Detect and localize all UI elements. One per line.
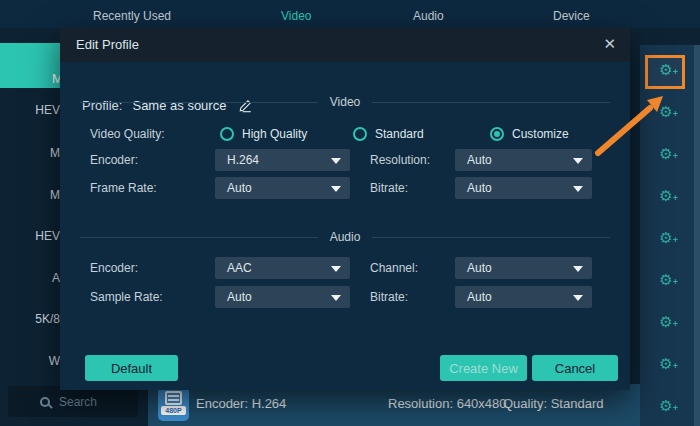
radio-label: Customize [512, 127, 569, 141]
edit-profile-dialog: Edit Profile ✕ Profile: Same as source V… [60, 28, 630, 390]
video-quality-label: Video Quality: [90, 127, 165, 141]
format-item-partial[interactable]: HEV [35, 103, 60, 117]
dropdown-value: Auto [467, 261, 492, 275]
field-label: Bitrate: [370, 290, 408, 304]
format-item-partial[interactable]: W [49, 354, 60, 368]
row-resolution-value: Resolution: 640x480 [388, 396, 507, 411]
highlight-box [645, 55, 685, 89]
category-tabbar: Recently UsedVideoAudioDevice [0, 0, 700, 28]
format-item-partial[interactable]: 5K/8 [35, 312, 60, 326]
radio-label: Standard [375, 127, 424, 141]
row-quality-value: Quality: Standard [503, 396, 603, 411]
film-strip-icon [165, 391, 182, 405]
cancel-button[interactable]: Cancel [532, 355, 618, 381]
video-bitrate-field: Bitrate: Auto [60, 177, 630, 199]
audio-section-title: Audio [318, 230, 373, 244]
tab-device[interactable]: Device [553, 9, 590, 23]
video-resolution-field: Resolution: Auto [60, 149, 630, 171]
format-item-partial[interactable]: HEV [35, 229, 60, 243]
caret-down-icon [573, 295, 583, 301]
radio-high-quality[interactable]: High Quality [220, 124, 307, 144]
video-section-divider: Video [80, 94, 610, 110]
vertical-scrollbar[interactable] [694, 45, 700, 426]
audio-channel-dropdown[interactable]: Auto [455, 257, 592, 279]
video-resolution-dropdown[interactable]: Auto [455, 149, 592, 171]
dropdown-value: Auto [467, 181, 492, 195]
settings-rail: ⚙+⚙+⚙+⚙+⚙+⚙+⚙+⚙+⚙+ [640, 45, 694, 426]
dropdown-value: Auto [467, 290, 492, 304]
caret-down-icon [573, 266, 583, 272]
search-input[interactable]: Search [8, 386, 138, 417]
search-placeholder: Search [59, 395, 97, 409]
close-icon[interactable]: ✕ [603, 35, 616, 53]
profile-list-row[interactable]: 480P SD 480P Encoder: H.264 Resolution: … [148, 384, 640, 426]
radio-customize[interactable]: Customize [490, 124, 569, 144]
format-item-partial[interactable]: A [52, 271, 60, 285]
format-item-partial[interactable]: M [50, 146, 60, 160]
format-list-strip: M HEVMMHEVA5K/8W [0, 28, 60, 426]
dropdown-value: Auto [467, 153, 492, 167]
default-button[interactable]: Default [85, 355, 178, 381]
caret-down-icon [573, 158, 583, 164]
gear-plus-icon[interactable]: ⚙+ [657, 229, 675, 247]
gear-plus-icon[interactable]: ⚙+ [657, 397, 675, 415]
field-label: Resolution: [370, 153, 430, 167]
format-item-partial[interactable]: M [50, 188, 60, 202]
video-quality-row: Video Quality: High Quality Standard Cus… [60, 124, 630, 144]
radio-label: High Quality [242, 127, 307, 141]
caret-down-icon [573, 186, 583, 192]
video-converter-window: Recently UsedVideoAudioDevice M HEVMMHEV… [0, 0, 700, 426]
field-label: Bitrate: [370, 181, 408, 195]
audio-section-divider: Audio [80, 229, 610, 245]
resolution-badge: 480P [161, 406, 186, 415]
selected-format-item[interactable]: M [0, 43, 60, 88]
search-icon [40, 397, 50, 407]
video-480p-icon: 480P [158, 387, 189, 421]
gear-plus-icon[interactable]: ⚙+ [657, 187, 675, 205]
radio-circle-icon[interactable] [353, 127, 367, 141]
gear-plus-icon[interactable]: ⚙+ [657, 145, 675, 163]
row-encoder-value: Encoder: H.264 [196, 396, 286, 411]
audio-channel-field: Channel: Auto [60, 257, 630, 279]
video-bitrate-dropdown[interactable]: Auto [455, 177, 592, 199]
radio-circle-icon[interactable] [220, 127, 234, 141]
selected-format-label: M [52, 71, 60, 86]
audio-bitrate-field: Bitrate: Auto [60, 286, 630, 308]
gear-plus-icon[interactable]: ⚙+ [657, 355, 675, 373]
gear-plus-icon[interactable]: ⚙+ [657, 271, 675, 289]
tab-recently-used[interactable]: Recently Used [93, 9, 171, 23]
field-label: Channel: [370, 261, 418, 275]
radio-circle-icon[interactable] [490, 127, 504, 141]
dialog-title: Edit Profile [76, 37, 139, 52]
dialog-header: Edit Profile ✕ [60, 28, 630, 62]
tab-audio[interactable]: Audio [413, 9, 444, 23]
video-section-title: Video [318, 95, 372, 109]
create-new-button[interactable]: Create New [440, 355, 527, 381]
audio-bitrate-dropdown[interactable]: Auto [455, 286, 592, 308]
gear-plus-icon[interactable]: ⚙+ [657, 103, 675, 121]
radio-standard[interactable]: Standard [353, 124, 424, 144]
gear-plus-icon[interactable]: ⚙+ [657, 313, 675, 331]
tab-video[interactable]: Video [281, 9, 311, 23]
